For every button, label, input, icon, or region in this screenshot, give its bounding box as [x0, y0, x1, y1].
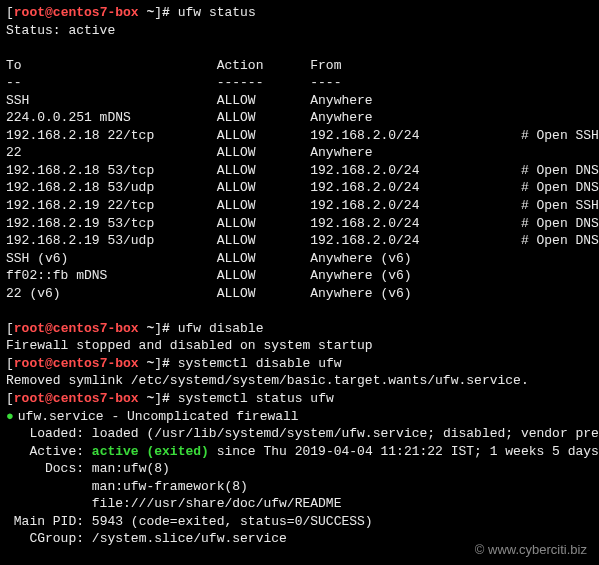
- watermark: © www.cyberciti.biz: [475, 541, 587, 559]
- status-line: Status: active: [6, 22, 593, 40]
- docs-line: man:ufw-framework(8): [6, 478, 593, 496]
- docs-line: Docs: man:ufw(8): [6, 460, 593, 478]
- command-input[interactable]: ufw disable: [178, 321, 264, 336]
- prompt-hash: #: [162, 356, 178, 371]
- firewall-rule: 22 (v6) ALLOW Anywhere (v6): [6, 285, 593, 303]
- mainpid-line: Main PID: 5943 (code=exited, status=0/SU…: [6, 513, 593, 531]
- command-input[interactable]: systemctl disable ufw: [178, 356, 342, 371]
- firewall-rule: SSH ALLOW Anywhere: [6, 92, 593, 110]
- prompt-at: @: [45, 356, 53, 371]
- firewall-rule: 192.168.2.18 53/udp ALLOW 192.168.2.0/24…: [6, 179, 593, 197]
- prompt-host: centos7-box: [53, 5, 139, 20]
- rules-header: To Action From: [6, 57, 593, 75]
- prompt-at: @: [45, 321, 53, 336]
- command-input[interactable]: systemctl status ufw: [178, 391, 334, 406]
- prompt-path: ~: [139, 5, 155, 20]
- prompt-bracket-close: ]: [154, 5, 162, 20]
- rules-header-sep: -- ------ ----: [6, 74, 593, 92]
- prompt-bracket-close: ]: [154, 391, 162, 406]
- prompt-path: ~: [139, 321, 155, 336]
- prompt-hash: #: [162, 5, 178, 20]
- removed-symlink: Removed symlink /etc/systemd/system/basi…: [6, 372, 593, 390]
- prompt-line[interactable]: [root@centos7-box ~]# ufw status: [6, 5, 256, 20]
- prompt-hash: #: [162, 321, 178, 336]
- prompt-at: @: [45, 391, 53, 406]
- firewall-rule: 192.168.2.19 53/udp ALLOW 192.168.2.0/24…: [6, 232, 593, 250]
- prompt-host: centos7-box: [53, 356, 139, 371]
- firewall-rule: 224.0.0.251 mDNS ALLOW Anywhere: [6, 109, 593, 127]
- firewall-rule: 192.168.2.18 22/tcp ALLOW 192.168.2.0/24…: [6, 127, 593, 145]
- service-name: ufw.service - Uncomplicated firewall: [6, 408, 593, 426]
- disable-message: Firewall stopped and disabled on system …: [6, 337, 593, 355]
- prompt-user: root: [14, 321, 45, 336]
- loaded-line: Loaded: loaded (/usr/lib/systemd/system/…: [6, 425, 593, 443]
- prompt-line[interactable]: [root@centos7-box ~]# ufw disable: [6, 321, 264, 336]
- firewall-rule: 192.168.2.19 22/tcp ALLOW 192.168.2.0/24…: [6, 197, 593, 215]
- prompt-line[interactable]: [root@centos7-box ~]# systemctl status u…: [6, 391, 334, 406]
- prompt-bracket-open: [: [6, 391, 14, 406]
- prompt-host: centos7-box: [53, 321, 139, 336]
- prompt-bracket-open: [: [6, 356, 14, 371]
- active-line: Active: active (exited) since Thu 2019-0…: [6, 443, 593, 461]
- firewall-rule: 192.168.2.18 53/tcp ALLOW 192.168.2.0/24…: [6, 162, 593, 180]
- firewall-rule: SSH (v6) ALLOW Anywhere (v6): [6, 250, 593, 268]
- prompt-user: root: [14, 391, 45, 406]
- blank-line: [6, 302, 593, 320]
- prompt-path: ~: [139, 391, 155, 406]
- firewall-rule: 22 ALLOW Anywhere: [6, 144, 593, 162]
- prompt-line[interactable]: [root@centos7-box ~]# systemctl disable …: [6, 356, 342, 371]
- prompt-bracket-close: ]: [154, 356, 162, 371]
- prompt-bracket-open: [: [6, 321, 14, 336]
- prompt-at: @: [45, 5, 53, 20]
- prompt-user: root: [14, 356, 45, 371]
- firewall-rule: 192.168.2.19 53/tcp ALLOW 192.168.2.0/24…: [6, 215, 593, 233]
- prompt-bracket-open: [: [6, 5, 14, 20]
- firewall-rule: ff02::fb mDNS ALLOW Anywhere (v6): [6, 267, 593, 285]
- blank-line: [6, 39, 593, 57]
- docs-line: file:///usr/share/doc/ufw/README: [6, 495, 593, 513]
- prompt-user: root: [14, 5, 45, 20]
- command-input[interactable]: ufw status: [178, 5, 256, 20]
- prompt-host: centos7-box: [53, 391, 139, 406]
- prompt-hash: #: [162, 391, 178, 406]
- prompt-bracket-close: ]: [154, 321, 162, 336]
- prompt-path: ~: [139, 356, 155, 371]
